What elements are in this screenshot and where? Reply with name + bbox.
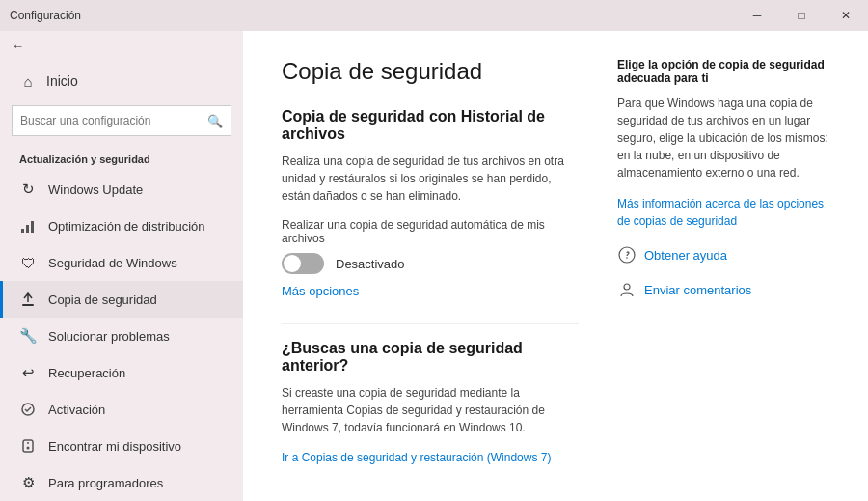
main-content: Copia de seguridad Copia de seguridad co… (243, 31, 868, 501)
close-button[interactable]: ✕ (824, 0, 868, 31)
section2-title: ¿Buscas una copia de seguridad anterior? (282, 340, 579, 375)
sidebar-item-recuperacion[interactable]: ↩ Recuperación (0, 354, 243, 391)
back-button[interactable]: ← (0, 31, 243, 61)
sidebar-item-activacion[interactable]: Activación (0, 391, 243, 428)
copia-icon (19, 291, 37, 308)
search-input[interactable] (13, 114, 200, 127)
sidebar-section-label: Actualización y seguridad (0, 146, 243, 171)
help-action[interactable]: Obtener ayuda (617, 245, 829, 264)
sidebar-item-seguridad[interactable]: 🛡 Seguridad de Windows (0, 244, 243, 281)
sidebar-item-distribucion[interactable]: Optimización de distribución (0, 208, 243, 244)
sidebar-item-label: Para programadores (48, 476, 163, 490)
solucionar-icon: 🔧 (19, 327, 37, 345)
section2: ¿Buscas una copia de seguridad anterior?… (282, 340, 579, 464)
divider (282, 323, 579, 324)
sidebar-item-programadores[interactable]: ⚙ Para programadores (0, 464, 243, 501)
sidebar-item-label: Solucionar problemas (48, 329, 170, 344)
windows-update-icon: ↻ (19, 181, 37, 198)
feedback-action[interactable]: Enviar comentarios (617, 280, 829, 299)
back-icon: ← (12, 39, 24, 53)
svg-rect-1 (26, 225, 29, 233)
svg-rect-2 (31, 221, 34, 233)
svg-point-13 (626, 257, 628, 259)
feedback-label[interactable]: Enviar comentarios (644, 283, 751, 297)
sidebar-item-label: Windows Update (48, 182, 143, 197)
titlebar: Configuración ─ □ ✕ (0, 0, 868, 31)
minimize-button[interactable]: ─ (735, 0, 779, 31)
toggle-row-label: Realizar una copia de seguridad automáti… (282, 218, 579, 245)
sidebar-item-windows-update[interactable]: ↻ Windows Update (0, 171, 243, 208)
svg-rect-5 (23, 440, 33, 452)
right-panel-desc: Para que Windows haga una copia de segur… (617, 95, 829, 181)
home-label: Inicio (46, 73, 78, 89)
sidebar-item-label: Optimización de distribución (48, 219, 205, 234)
search-icon[interactable]: 🔍 (200, 105, 231, 136)
sidebar-item-label: Recuperación (48, 366, 125, 380)
content-left: Copia de seguridad Copia de seguridad co… (282, 58, 579, 474)
toggle-label: Desactivado (336, 257, 405, 271)
toggle-knob (284, 255, 301, 272)
right-panel-title: Elige la opción de copia de seguridad ad… (617, 58, 829, 85)
sidebar-item-dispositivo[interactable]: Encontrar mi dispositivo (0, 428, 243, 464)
toggle-row: Desactivado (282, 253, 579, 274)
restore-link[interactable]: Ir a Copias de seguridad y restauración … (282, 451, 551, 464)
svg-rect-0 (21, 229, 24, 233)
titlebar-title: Configuración (10, 9, 81, 22)
right-info-link[interactable]: Más información acerca de las opciones d… (617, 197, 824, 228)
svg-point-14 (624, 284, 630, 290)
section1-desc: Realiza una copia de seguridad de tus ar… (282, 153, 579, 205)
programadores-icon: ⚙ (19, 474, 37, 491)
help-icon (617, 245, 637, 264)
page-title: Copia de seguridad (282, 58, 579, 85)
svg-point-6 (27, 447, 30, 450)
distribucion-icon (19, 217, 37, 235)
feedback-icon (617, 280, 637, 299)
seguridad-icon: 🛡 (19, 254, 37, 271)
more-options-link[interactable]: Más opciones (282, 284, 359, 298)
sidebar-item-label: Seguridad de Windows (48, 256, 177, 270)
sidebar-item-label: Encontrar mi dispositivo (48, 439, 181, 454)
sidebar: ← ⌂ Inicio 🔍 Actualización y seguridad ↻… (0, 31, 243, 501)
sidebar-item-label: Copia de seguridad (48, 292, 157, 307)
maximize-button[interactable]: □ (779, 0, 824, 31)
section1-title: Copia de seguridad con Historial de arch… (282, 108, 579, 143)
home-icon: ⌂ (19, 72, 37, 90)
titlebar-controls: ─ □ ✕ (735, 0, 868, 31)
help-label[interactable]: Obtener ayuda (644, 248, 727, 263)
section2-desc: Si creaste una copia de seguridad median… (282, 384, 579, 436)
sidebar-item-solucionar[interactable]: 🔧 Solucionar problemas (0, 318, 243, 354)
sidebar-item-copia[interactable]: Copia de seguridad (0, 281, 243, 318)
svg-rect-3 (22, 304, 34, 306)
section1: Copia de seguridad con Historial de arch… (282, 108, 579, 318)
dispositivo-icon (19, 437, 37, 455)
activacion-icon (19, 401, 37, 418)
recuperacion-icon: ↩ (19, 364, 37, 381)
backup-toggle[interactable] (282, 253, 324, 274)
content-right: Elige la opción de copia de seguridad ad… (617, 58, 829, 474)
app-body: ← ⌂ Inicio 🔍 Actualización y seguridad ↻… (0, 31, 868, 501)
search-box: 🔍 (12, 105, 231, 136)
sidebar-item-label: Activación (48, 403, 105, 417)
sidebar-item-home[interactable]: ⌂ Inicio (0, 61, 243, 101)
